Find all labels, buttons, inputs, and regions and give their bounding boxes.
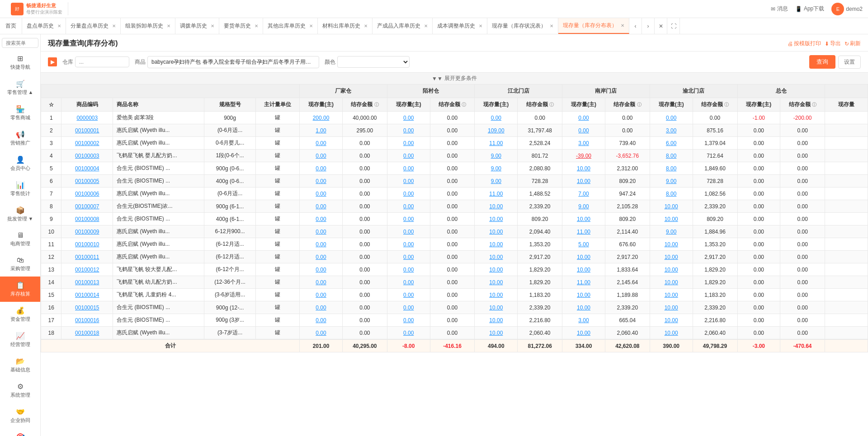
sidebar-item-corp[interactable]: 🤝 企业协同: [0, 403, 40, 428]
tab-close-icon[interactable]: ✕: [57, 23, 61, 28]
table-cell: 2,080.80: [518, 162, 562, 175]
user-menu[interactable]: E demo2: [831, 3, 863, 15]
table-cell: 0.00: [300, 263, 343, 276]
tab-requisition[interactable]: 要货单历史 ✕: [219, 18, 263, 34]
table-cell: 2,094.40: [518, 225, 562, 238]
tab-close-icon[interactable]: ✕: [211, 23, 214, 28]
sidebar-item-marketing[interactable]: 📢 营销推广: [0, 126, 40, 151]
table-cell: 0.00: [780, 251, 825, 263]
th-jiangbei-qty: 现存量(主): [475, 98, 518, 112]
table-row: 1600100015合生元 (BIOSTIME) ...900g (12-...…: [41, 301, 868, 314]
table-cell: 3.00: [650, 124, 693, 137]
table-cell: 罐: [255, 124, 299, 137]
summary-cell: 40,295.00: [342, 339, 387, 352]
tab-close-icon[interactable]: ✕: [309, 23, 313, 28]
tab-prodin[interactable]: 产成品入库单历史 ✕: [373, 18, 433, 34]
table-cell: 400g (0-6...: [204, 175, 256, 188]
tab-stock-dist[interactable]: 现存量（库存分布表）✕: [558, 18, 629, 34]
table-cell: 0.00: [475, 112, 518, 124]
tab-close-icon[interactable]: ✕: [621, 23, 624, 28]
tab-close-icon[interactable]: ✕: [424, 23, 428, 28]
expand-toggle-btn[interactable]: ▶: [48, 57, 57, 66]
col-group-jiangbei: 江北门店: [475, 84, 562, 98]
table-cell: 109.00: [475, 124, 518, 137]
search-area: [2, 38, 38, 48]
tab-stocklist[interactable]: 盘点单历史 ✕: [22, 18, 66, 34]
query-btn[interactable]: 查询: [809, 55, 835, 69]
table-cell: 2,114.40: [605, 225, 650, 238]
table-header-row: ☆ 商品编码 商品名称 规格型号 主计量单位 现存量(主) 结存金额 ⓘ 现存量…: [41, 98, 868, 112]
expand-more-bar[interactable]: ▼▼ 展开更多条件: [41, 73, 868, 84]
table-cell: 1,353.20: [693, 238, 737, 251]
tab-stock-status[interactable]: 现存量（库存状况表）✕: [487, 18, 558, 34]
app-download-link[interactable]: 📱 App下载: [795, 5, 824, 13]
table-cell: 0.00: [780, 263, 825, 276]
tab-matout[interactable]: 材料出库单历史 ✕: [318, 18, 373, 34]
sidebar-item-inventory[interactable]: 📋 库存核算: [0, 277, 40, 302]
sidebar-item-ecommerce[interactable]: 🖥 电商管理: [0, 227, 40, 252]
tab-close-icon[interactable]: ✕: [255, 23, 258, 28]
sidebar-item-quick-nav[interactable]: ⊞ 快捷导航: [0, 50, 40, 75]
table-cell: 17: [41, 314, 61, 327]
table-cell: 0.00: [387, 314, 430, 327]
setting-btn[interactable]: 设置: [838, 56, 861, 69]
table-cell: 0.00: [300, 188, 343, 200]
sidebar-item-finance[interactable]: 💰 资金管理: [0, 302, 40, 327]
table-cell: 0.00: [430, 314, 475, 327]
sidebar-item-retail-mgmt[interactable]: 🛒 零售管理 ▲: [0, 75, 40, 100]
tab-close-icon[interactable]: ✕: [112, 23, 116, 28]
sidebar-item-retail-shop[interactable]: 🏪 零售商城: [0, 100, 40, 126]
tab-close-icon[interactable]: ✕: [364, 23, 368, 28]
table-cell: 0.00: [342, 251, 387, 263]
tab-close-icon[interactable]: ✕: [550, 23, 553, 28]
warehouse-input[interactable]: [75, 56, 129, 67]
product-input[interactable]: babycare孕妇待产包 春季入院全套母子组合孕妇产后冬季月子用品 22件套 …: [147, 56, 319, 68]
tab-close-icon[interactable]: ✕: [167, 23, 170, 28]
tab-next-btn[interactable]: ›: [642, 18, 655, 34]
tab-assembly[interactable]: 组装拆卸单历史 ✕: [121, 18, 175, 34]
sidebar-item-system[interactable]: ⚙ 系统管理: [0, 378, 40, 403]
table-cell: 676.60: [605, 238, 650, 251]
sidebar-item-newguide[interactable]: 🎯 新手引导: [0, 428, 40, 436]
sidebar-item-retail-stats[interactable]: 📊 零售统计: [0, 176, 40, 202]
sidebar-item-wholesale[interactable]: 📦 批发管理 ▼: [0, 202, 40, 227]
tab-close-all-btn[interactable]: ✕: [655, 18, 667, 34]
table-cell: 2,312.00: [605, 162, 650, 175]
tab-stocklist2[interactable]: 分量盘点单历史 ✕: [66, 18, 121, 34]
table-cell: 00100011: [61, 251, 113, 263]
tab-otherout[interactable]: 其他出库单历史 ✕: [263, 18, 318, 34]
color-select[interactable]: [337, 56, 410, 68]
sidebar-item-member[interactable]: 👤 会员中心: [0, 151, 40, 176]
table-cell: 0.00: [430, 137, 475, 150]
table-cell: 9.00: [475, 162, 518, 175]
table-cell: 罐: [255, 162, 299, 175]
table-cell: 1,082.56: [693, 188, 737, 200]
message-link[interactable]: ✉ 消息: [771, 5, 788, 13]
refresh-btn[interactable]: ↻ 刷新: [844, 40, 861, 47]
table-cell: [825, 213, 868, 225]
export-btn[interactable]: ⬇ 导出: [825, 40, 841, 47]
table-cell: 罐: [255, 112, 299, 124]
table-cell: 0.00: [300, 251, 343, 263]
table-cell: 2: [41, 124, 61, 137]
tab-close-icon[interactable]: ✕: [479, 23, 482, 28]
sidebar-search-input[interactable]: [2, 38, 38, 48]
sidebar-item-ops[interactable]: 📈 经营管理: [0, 327, 40, 352]
th-unit: 主计量单位: [255, 98, 299, 112]
sidebar-item-base[interactable]: 📂 基础信息: [0, 352, 40, 378]
col-group-factory: 厂家仓: [300, 84, 387, 98]
sidebar-item-purchase[interactable]: 🛍 采购管理: [0, 252, 40, 277]
table-cell: 0.00: [780, 301, 825, 314]
summary-cell: 81,272.06: [518, 339, 562, 352]
tab-costadjust[interactable]: 成本调整单历史 ✕: [433, 18, 487, 34]
tab-home[interactable]: 首页: [0, 18, 22, 34]
table-cell: 0.00: [780, 213, 825, 225]
table-cell: 00100015: [61, 301, 113, 314]
tab-expand-btn[interactable]: ⛶: [667, 18, 680, 34]
table-cell: 0.00: [300, 301, 343, 314]
table-cell: 00100010: [61, 238, 113, 251]
print-btn[interactable]: 🖨 按模版打印: [788, 40, 821, 47]
table-cell: 0.00: [387, 175, 430, 188]
tab-prev-btn[interactable]: ‹: [629, 18, 642, 34]
tab-transfer[interactable]: 调拨单历史 ✕: [175, 18, 219, 34]
